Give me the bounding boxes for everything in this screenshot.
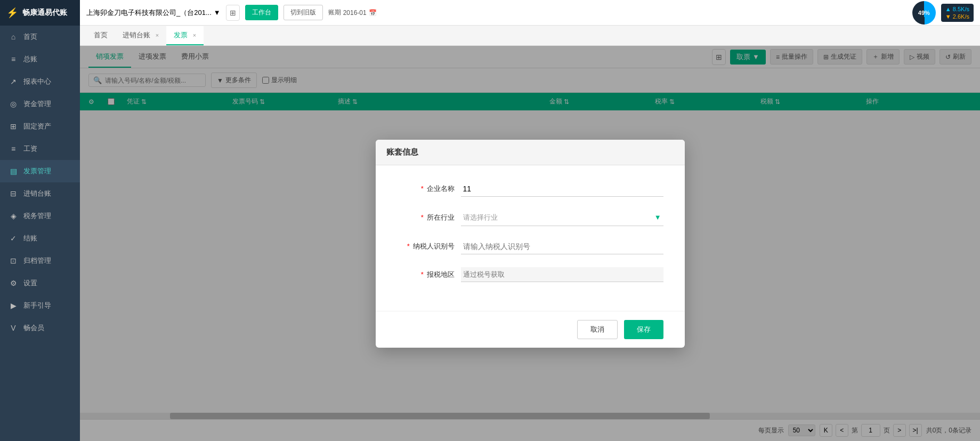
tab-purchase-close[interactable]: × <box>156 32 159 38</box>
content-area: 销项发票 进项发票 费用小票 ⊞ 取票 ▼ ≡ 批量操作 <box>80 46 980 441</box>
sidebar-label-payroll: 工资 <box>23 144 37 154</box>
sidebar-label-reports: 报表中心 <box>23 77 51 86</box>
company-name: 上海卯金刀电子科技有限公司_（台201... <box>86 8 212 18</box>
sidebar-item-archive[interactable]: ⊡ 归档管理 <box>0 250 80 272</box>
period-label: 账期 <box>328 8 341 17</box>
dialog-title: 账套信息 <box>376 140 685 165</box>
home-icon: ⌂ <box>9 33 18 41</box>
tab-invoice-close[interactable]: × <box>193 32 196 38</box>
percent-circle: 49% <box>912 1 936 25</box>
main-content: 上海卯金刀电子科技有限公司_（台201... ▼ ⊞ 工作台 切到旧版 账期 2… <box>80 0 980 441</box>
sidebar-item-tax[interactable]: ◈ 税务管理 <box>0 205 80 227</box>
sidebar-label-member: 畅会员 <box>23 323 44 333</box>
form-row-tax-region: * 报税地区 <box>397 267 663 282</box>
invoice-icon: ▤ <box>9 167 18 175</box>
tax-id-field <box>461 239 663 254</box>
company-selector[interactable]: 上海卯金刀电子科技有限公司_（台201... ▼ <box>86 8 221 18</box>
sidebar-label-settings: 设置 <box>23 278 37 288</box>
sidebar-item-member[interactable]: V 畅会员 <box>0 317 80 339</box>
sidebar-item-invoice[interactable]: ▤ 发票管理 <box>0 160 80 182</box>
industry-placeholder: 请选择行业 <box>463 213 498 222</box>
tab-invoice-label: 发票 <box>174 31 188 39</box>
sidebar-item-purchase[interactable]: ⊟ 进销台账 <box>0 182 80 205</box>
settlement-icon: ✓ <box>9 234 18 243</box>
sidebar-item-assets[interactable]: ⊞ 固定资产 <box>0 115 80 138</box>
tab-purchase[interactable]: 进销台账 × <box>115 26 166 45</box>
sidebar-label-ledger: 总账 <box>23 54 37 64</box>
account-info-dialog: 账套信息 * 企业名称 <box>376 140 685 348</box>
sidebar-label-settlement: 结账 <box>23 234 37 243</box>
industry-required: * <box>421 213 424 221</box>
purchase-icon: ⊟ <box>9 189 18 198</box>
calendar-icon[interactable]: 📅 <box>369 9 377 17</box>
form-row-company-name: * 企业名称 <box>397 181 663 197</box>
tax-icon: ◈ <box>9 212 18 220</box>
sidebar-label-assets: 固定资产 <box>23 122 51 131</box>
company-dropdown-icon: ▼ <box>214 9 221 17</box>
dialog-footer: 取消 保存 <box>376 311 685 348</box>
tax-region-field <box>461 267 663 282</box>
tab-invoice[interactable]: 发票 × <box>166 26 204 45</box>
ledger-icon: ≡ <box>9 55 18 63</box>
copy-button[interactable]: ⊞ <box>226 5 240 21</box>
workspace-button[interactable]: 工作台 <box>245 5 278 20</box>
tab-home-label: 首页 <box>94 31 108 39</box>
sidebar-label-tax: 税务管理 <box>23 211 51 221</box>
tax-region-input <box>461 267 663 282</box>
tax-region-required: * <box>421 270 424 278</box>
member-icon: V <box>9 324 18 332</box>
archive-icon: ⊡ <box>9 256 18 265</box>
logo-text: 畅康通易代账 <box>22 8 67 18</box>
tax-id-required: * <box>407 242 410 250</box>
dialog-body: * 企业名称 * 所在行业 <box>376 165 685 311</box>
sidebar-item-ledger[interactable]: ≡ 总账 <box>0 48 80 70</box>
assets-icon: ⊞ <box>9 122 18 131</box>
form-row-industry: * 所在行业 请选择行业 ▼ <box>397 210 663 226</box>
modal-overlay: 账套信息 * 企业名称 <box>80 46 980 441</box>
tax-id-label: * 纳税人识别号 <box>397 242 461 251</box>
sidebar-label-invoice: 发票管理 <box>23 166 51 176</box>
sidebar-item-payroll[interactable]: ≡ 工资 <box>0 138 80 160</box>
guide-icon: ▶ <box>9 301 18 310</box>
sidebar-label-guide: 新手引导 <box>23 301 51 310</box>
tax-region-label: * 报税地区 <box>397 270 461 279</box>
form-row-tax-id: * 纳税人识别号 <box>397 239 663 254</box>
sidebar: ⚡ 畅康通易代账 ⌂ 首页 ≡ 总账 ↗ 报表中心 ◎ 资金管理 ⊞ 固定资产 … <box>0 0 80 441</box>
speed-up: ▲ 8.5K/s <box>945 6 969 12</box>
sidebar-item-home[interactable]: ⌂ 首页 <box>0 26 80 48</box>
sidebar-item-reports[interactable]: ↗ 报表中心 <box>0 70 80 93</box>
company-name-label: * 企业名称 <box>397 184 461 194</box>
save-button[interactable]: 保存 <box>624 320 663 339</box>
tab-home[interactable]: 首页 <box>86 26 115 45</box>
cancel-button[interactable]: 取消 <box>577 320 618 339</box>
sidebar-item-settings[interactable]: ⚙ 设置 <box>0 272 80 294</box>
industry-dropdown-icon: ▼ <box>654 213 661 221</box>
sidebar-label-funds: 资金管理 <box>23 99 51 109</box>
industry-field: 请选择行业 ▼ <box>461 210 663 226</box>
company-name-field <box>461 181 663 197</box>
speed-block: ▲ 8.5K/s ▼ 2.6K/s <box>941 4 974 22</box>
speed-widget: 49% ▲ 8.5K/s ▼ 2.6K/s <box>912 1 974 25</box>
payroll-icon: ≡ <box>9 145 18 153</box>
tab-purchase-label: 进销台账 <box>123 31 150 39</box>
tab-bar: 首页 进销台账 × 发票 × <box>80 26 980 46</box>
industry-label: * 所在行业 <box>397 213 461 222</box>
sidebar-item-guide[interactable]: ▶ 新手引导 <box>0 294 80 317</box>
switch-version-button[interactable]: 切到旧版 <box>284 5 323 20</box>
sidebar-item-settlement[interactable]: ✓ 结账 <box>0 227 80 250</box>
sidebar-label-archive: 归档管理 <box>23 256 51 266</box>
funds-icon: ◎ <box>9 100 18 108</box>
industry-select[interactable]: 请选择行业 ▼ <box>461 210 663 226</box>
sidebar-label-home: 首页 <box>23 32 37 42</box>
percent-value: 49% <box>918 10 930 16</box>
settings-icon: ⚙ <box>9 279 18 287</box>
tax-id-input[interactable] <box>461 239 663 254</box>
sidebar-label-purchase: 进销台账 <box>23 189 51 198</box>
company-name-input[interactable] <box>461 181 663 197</box>
sidebar-logo: ⚡ 畅康通易代账 <box>0 0 80 26</box>
topbar: 上海卯金刀电子科技有限公司_（台201... ▼ ⊞ 工作台 切到旧版 账期 2… <box>80 0 980 26</box>
sidebar-item-funds[interactable]: ◎ 资金管理 <box>0 93 80 115</box>
period-info: 账期 2016-01 📅 <box>328 8 377 17</box>
company-name-required: * <box>421 185 424 193</box>
period-value: 2016-01 <box>343 9 367 17</box>
